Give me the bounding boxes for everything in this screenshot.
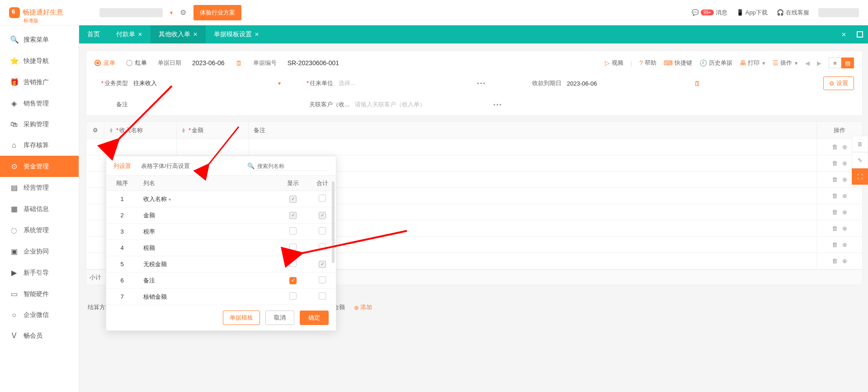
delete-icon[interactable]: 🗑 <box>832 192 838 199</box>
checkbox[interactable] <box>319 276 326 283</box>
add-row-icon[interactable]: ⊕ <box>842 143 847 150</box>
sidebar-item-7[interactable]: ▤经营管理 <box>0 177 79 198</box>
sidebar-item-5[interactable]: ⌂库存核算 <box>0 135 79 156</box>
add-row-icon[interactable]: ⊕ <box>842 192 847 199</box>
caret-down-icon[interactable]: ▾ <box>170 10 173 16</box>
checkbox[interactable] <box>289 292 297 300</box>
doc-date-label: 单据日期 <box>158 59 181 67</box>
column-row: 1收入名称▾ <box>106 191 336 207</box>
sidebar-item-8[interactable]: ▦基础信息 <box>0 198 79 220</box>
popover-scrollbar[interactable] <box>332 182 335 263</box>
float-expand-button[interactable]: ⛶ <box>852 168 868 185</box>
tab-column-settings[interactable]: 列设置 <box>113 162 131 170</box>
tab-3[interactable]: 单据模板设置✕ <box>206 25 267 43</box>
add-settlement-button[interactable]: ⊕添加 <box>354 303 372 311</box>
biztype-select[interactable]: 往来收入 ▾ <box>132 77 282 90</box>
column-settings-button[interactable]: ⚙ <box>86 122 104 139</box>
delete-icon[interactable]: 🗑 <box>832 225 838 232</box>
app-name: 畅捷通好生意 <box>23 8 63 17</box>
delete-icon[interactable]: 🗑 <box>832 258 838 264</box>
sidebar-item-13[interactable]: ○企业微信 <box>0 305 79 325</box>
tab-0[interactable]: 首页 <box>79 25 108 43</box>
checkbox-checked[interactable] <box>319 212 326 219</box>
tab-1[interactable]: 付款单✕ <box>108 25 151 43</box>
sidebar-item-11[interactable]: ▶新手引导 <box>0 262 79 283</box>
checkbox[interactable] <box>289 260 297 267</box>
ops-link[interactable]: ☰操作▾ <box>773 59 798 67</box>
delete-icon[interactable]: 🗑 <box>832 209 838 215</box>
app-download-link[interactable]: 📱 App下载 <box>736 9 768 17</box>
template-button[interactable]: 单据模板 <box>223 311 260 325</box>
sidebar-item-3[interactable]: ◈销售管理 <box>0 93 79 114</box>
sidebar-item-0[interactable]: 🔍搜索菜单 <box>0 29 79 50</box>
col-header-name[interactable]: ▲▼*收入名称 <box>104 122 177 139</box>
sidebar-item-1[interactable]: ⭐快捷导航 <box>0 50 79 72</box>
doc-date-value[interactable]: 2023-06-06 <box>192 59 225 67</box>
float-edit-button[interactable]: ✎ <box>852 152 868 168</box>
tab-2[interactable]: 其他收入单✕ <box>151 25 206 43</box>
messages-link[interactable]: 💬 99+ 消息 <box>692 9 727 17</box>
close-tab-button[interactable]: ✕ <box>835 31 852 38</box>
duedate-input[interactable]: 2023-06-06 🗓 <box>566 77 702 90</box>
prev-nav[interactable]: ◀ <box>805 60 810 67</box>
close-icon[interactable]: ✕ <box>193 31 198 38</box>
help-link[interactable]: ?帮助 <box>639 59 656 67</box>
delete-icon[interactable]: 🗑 <box>832 241 838 248</box>
history-link[interactable]: 🕘历史单据 <box>699 59 732 67</box>
user-info-blurred[interactable] <box>818 8 859 17</box>
gear-icon[interactable]: ⚙ <box>180 8 186 17</box>
party-select[interactable]: 选择... ••• <box>338 77 487 90</box>
add-row-icon[interactable]: ⊕ <box>842 241 847 248</box>
col-header-amount[interactable]: ▲▼*金额 <box>177 122 249 139</box>
video-link[interactable]: ▷视频 <box>605 59 623 67</box>
close-icon[interactable]: ✕ <box>255 31 259 38</box>
checkbox-checked[interactable] <box>289 277 297 284</box>
view-compact[interactable]: ▤ <box>841 57 854 68</box>
cancel-button[interactable]: 取消 <box>265 311 294 325</box>
view-list[interactable]: ≡ <box>829 57 841 68</box>
sidebar-item-9[interactable]: ◌系统管理 <box>0 220 79 241</box>
add-row-icon[interactable]: ⊕ <box>842 176 847 183</box>
checkbox-checked[interactable] <box>289 196 297 203</box>
checkbox-checked[interactable] <box>289 212 297 219</box>
promo-button[interactable]: 体验行业方案 <box>193 5 241 20</box>
sidebar-item-4[interactable]: 🛍采购管理 <box>0 114 79 135</box>
sidebar-item-2[interactable]: 🎁营销推广 <box>0 72 79 93</box>
calendar-icon[interactable]: 🗓 <box>236 59 242 67</box>
checkbox-checked[interactable] <box>319 261 326 268</box>
add-row-icon[interactable]: ⊕ <box>842 209 847 215</box>
checkbox[interactable] <box>319 292 326 300</box>
checkbox[interactable] <box>319 195 326 202</box>
add-row-icon[interactable]: ⊕ <box>842 258 847 264</box>
sidebar-item-14[interactable]: V畅会员 <box>0 325 79 346</box>
column-search[interactable]: 🔍 <box>247 162 329 171</box>
float-note-button[interactable]: 🗎 <box>852 136 868 152</box>
checkbox[interactable] <box>289 244 297 251</box>
checkbox[interactable] <box>289 227 297 234</box>
shortcut-link[interactable]: ⌨快捷键 <box>664 59 692 67</box>
delete-icon[interactable]: 🗑 <box>832 160 838 167</box>
radio-blue[interactable]: 蓝单 <box>94 59 115 67</box>
checkbox[interactable] <box>319 227 326 234</box>
sidebar-item-12[interactable]: ▭智能硬件 <box>0 283 79 305</box>
add-row-icon[interactable]: ⊕ <box>842 225 847 232</box>
print-link[interactable]: 🖶打印▾ <box>740 59 765 67</box>
column-search-input[interactable] <box>257 163 325 169</box>
relcust-input[interactable]: 请输入关联客户（收入单） ••• <box>354 98 503 111</box>
tab-row-height[interactable]: 表格字体/行高设置 <box>141 162 190 170</box>
add-row-icon[interactable]: ⊕ <box>842 160 847 167</box>
checkbox[interactable] <box>319 244 326 251</box>
radio-red[interactable]: 红单 <box>126 59 147 67</box>
table-row[interactable]: 🗑⊕ <box>86 139 862 155</box>
close-icon[interactable]: ✕ <box>138 31 142 38</box>
remark-input[interactable] <box>132 98 282 111</box>
expand-tab-button[interactable] <box>852 31 868 38</box>
sidebar-item-6[interactable]: ⊙资金管理 <box>0 156 79 177</box>
settings-button[interactable]: ⚙设置 <box>823 76 854 90</box>
delete-icon[interactable]: 🗑 <box>832 143 838 150</box>
sidebar-item-10[interactable]: ▣企业协同 <box>0 241 79 262</box>
delete-icon[interactable]: 🗑 <box>832 176 838 183</box>
confirm-button[interactable]: 确定 <box>300 311 329 325</box>
support-link[interactable]: 🎧 在线客服 <box>777 9 809 17</box>
next-nav[interactable]: ▶ <box>817 60 821 67</box>
